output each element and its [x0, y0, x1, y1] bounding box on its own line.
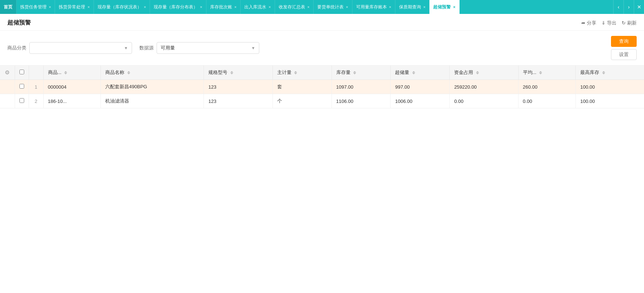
row-product-code: 0000004 — [43, 80, 101, 94]
nav-tab-available-book[interactable]: 可用量库存账本 × — [352, 0, 395, 14]
nav-tab-batch-account-label: 库存批次账 — [210, 4, 232, 10]
nav-arrow-close[interactable]: ✕ — [634, 0, 644, 14]
sort-icon-inventory — [353, 71, 356, 74]
nav-tab-summary[interactable]: 收发存汇总表 × — [275, 0, 314, 14]
nav-tab-task-mgmt-label: 拣货任务管理 — [20, 4, 47, 10]
col-header-rownum — [29, 66, 43, 80]
row-product-name: 机油滤清器 — [101, 94, 204, 108]
nav-tab-home[interactable]: 首页 — [0, 0, 17, 14]
row-avg: 0.00 — [518, 94, 576, 108]
row-checkbox[interactable] — [19, 98, 24, 103]
col-header-inventory[interactable]: 库存量 — [332, 66, 391, 80]
filter-buttons: 查询 设置 — [611, 36, 637, 60]
row-inventory: 1097.00 — [332, 80, 391, 94]
row-product-code: 186-10... — [43, 94, 101, 108]
row-avg: 260.00 — [518, 80, 576, 94]
select-all-checkbox[interactable] — [19, 70, 24, 74]
refresh-label: 刷新 — [627, 20, 637, 26]
nav-tab-expiry-close[interactable]: × — [423, 5, 425, 9]
row-overstock: 1006.00 — [391, 94, 450, 108]
page-title: 超储预警 — [7, 19, 31, 27]
data-source-value: 可用量 — [161, 45, 175, 51]
nav-tab-expiry-label: 保质期查询 — [399, 4, 421, 10]
product-category-select[interactable]: ▼ — [29, 42, 132, 54]
col-header-avg[interactable]: 平均... — [518, 66, 576, 80]
col-header-spec[interactable]: 规格型号 — [204, 66, 272, 80]
filter-product-category: 商品分类 ▼ — [7, 42, 132, 54]
row-inventory: 1106.00 — [332, 94, 391, 108]
nav-tab-inventory-dist-label: 现存量（库存分布表） — [154, 4, 198, 10]
nav-tab-abnormal-close[interactable]: × — [87, 5, 89, 9]
row-num: 2 — [29, 94, 43, 108]
row-max-stock: 100.00 — [576, 94, 644, 108]
table-body: 1 0000004 六配套新昌490BPG 123 套 1097.00 997.… — [0, 80, 644, 108]
nav-tab-inout-flow-label: 出入库流水 — [244, 4, 266, 10]
export-button[interactable]: ⇓ 导出 — [601, 20, 616, 26]
data-source-chevron-icon: ▼ — [251, 46, 255, 50]
nav-tab-available-book-label: 可用量库存账本 — [356, 4, 387, 10]
col-header-overstock[interactable]: 超储量 — [391, 66, 450, 80]
share-button[interactable]: ➦ 分享 — [581, 20, 596, 26]
page-content: 超储预警 ➦ 分享 ⇓ 导出 ↻ 刷新 商品分类 ▼ 数据源 — [0, 14, 644, 293]
sort-icon-product-code — [64, 71, 67, 74]
nav-tab-inventory-status-close[interactable]: × — [144, 5, 146, 9]
row-overstock: 997.00 — [391, 80, 450, 94]
export-icon: ⇓ — [601, 20, 605, 26]
col-header-product-code[interactable]: 商品... — [43, 66, 101, 80]
data-source-select[interactable]: 可用量 ▼ — [157, 42, 259, 54]
nav-tab-inventory-status[interactable]: 现存量（库存状况表） × — [94, 0, 150, 14]
refresh-icon: ↻ — [622, 20, 626, 26]
settings-gear-icon[interactable]: ⚙ — [5, 69, 10, 75]
nav-tab-abnormal-label: 拣货异常处理 — [59, 4, 85, 10]
col-header-product-name[interactable]: 商品名称 — [101, 66, 204, 80]
nav-tab-overstock-label: 超储预警 — [433, 4, 451, 10]
refresh-button[interactable]: ↻ 刷新 — [622, 20, 637, 26]
product-category-chevron-icon: ▼ — [124, 46, 128, 50]
nav-tab-inventory-dist[interactable]: 现存量（库存分布表） × — [150, 0, 206, 14]
row-product-name: 六配套新昌490BPG — [101, 80, 204, 94]
share-label: 分享 — [587, 20, 596, 26]
product-category-label: 商品分类 — [7, 45, 26, 51]
nav-tab-order-stats-label: 要货单统计表 — [317, 4, 344, 10]
nav-tab-inventory-dist-close[interactable]: × — [200, 5, 202, 9]
row-checkbox[interactable] — [19, 84, 24, 89]
row-num: 1 — [29, 80, 43, 94]
nav-tab-inout-flow[interactable]: 出入库流水 × — [241, 0, 275, 14]
nav-tab-available-book-close[interactable]: × — [389, 5, 391, 9]
nav-tab-overstock-close[interactable]: × — [453, 5, 455, 9]
col-header-checkbox — [15, 66, 29, 80]
row-unit: 个 — [272, 94, 332, 108]
sort-icon-product-name — [127, 71, 130, 74]
nav-tab-expiry[interactable]: 保质期查询 × — [395, 0, 429, 14]
sort-icon-spec — [230, 71, 233, 74]
nav-tab-abnormal[interactable]: 拣货异常处理 × — [55, 0, 94, 14]
table-container: ⚙ 商品... 商品名称 规格型号 — [0, 66, 644, 108]
row-unit: 套 — [272, 80, 332, 94]
nav-tab-summary-close[interactable]: × — [307, 5, 310, 9]
col-header-capital[interactable]: 资金占用 — [450, 66, 518, 80]
sort-icon-capital — [476, 71, 479, 74]
nav-tab-inventory-status-label: 现存量（库存状况表） — [98, 4, 142, 10]
row-gear-cell — [0, 94, 15, 108]
sort-icon-unit — [294, 71, 297, 74]
nav-tab-task-mgmt-close[interactable]: × — [49, 5, 51, 9]
filter-area: 商品分类 ▼ 数据源 可用量 ▼ 查询 设置 — [0, 31, 644, 66]
row-spec: 123 — [204, 94, 272, 108]
col-header-unit[interactable]: 主计量 — [272, 66, 332, 80]
col-header-max-stock[interactable]: 最高库存 — [576, 66, 644, 80]
col-header-settings: ⚙ — [0, 66, 15, 80]
settings-button[interactable]: 设置 — [611, 49, 637, 60]
nav-tab-overstock[interactable]: 超储预警 × — [429, 0, 459, 14]
nav-tab-task-mgmt[interactable]: 拣货任务管理 × — [17, 0, 55, 14]
share-icon: ➦ — [581, 20, 585, 26]
nav-tab-inout-flow-close[interactable]: × — [268, 5, 271, 9]
nav-tab-order-stats[interactable]: 要货单统计表 × — [314, 0, 352, 14]
nav-arrow-left[interactable]: ‹ — [613, 0, 623, 14]
query-button[interactable]: 查询 — [611, 36, 637, 47]
nav-arrow-right[interactable]: › — [623, 0, 634, 14]
nav-tab-order-stats-close[interactable]: × — [346, 5, 348, 9]
table-row: 1 0000004 六配套新昌490BPG 123 套 1097.00 997.… — [0, 80, 644, 94]
sort-icon-avg — [539, 71, 542, 74]
nav-tab-batch-account-close[interactable]: × — [234, 5, 237, 9]
nav-tab-batch-account[interactable]: 库存批次账 × — [206, 0, 241, 14]
